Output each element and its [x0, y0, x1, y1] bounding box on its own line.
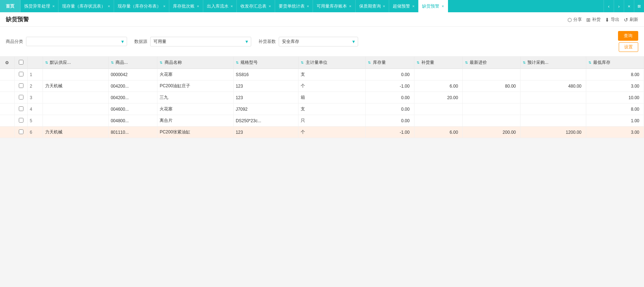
th-replenish[interactable]: ⇅ 补货量: [414, 57, 462, 69]
category-select[interactable]: ▾: [26, 37, 127, 46]
cell-checkbox: [14, 80, 27, 92]
cell-stock: -1.00: [366, 80, 414, 92]
table-row: 5 004800... 离合片 DS250*23c... 只 0.00 1.00: [0, 115, 644, 127]
category-value: [29, 39, 30, 44]
tab-close-receive-summary[interactable]: ×: [269, 4, 271, 8]
export-button[interactable]: ⬇ 导出: [605, 17, 619, 23]
sort-icon-replenish: ⇅: [417, 61, 419, 65]
tab-close-batch-account[interactable]: ×: [197, 4, 199, 8]
cell-replenish: 20.00: [414, 92, 462, 103]
replenish-base-select[interactable]: 安全库存 ▾: [279, 37, 358, 47]
th-goods-code[interactable]: ⇅ 商品...: [108, 57, 157, 69]
tab-inventory-dist[interactable]: 现存量（库存分布表） ×: [114, 0, 169, 12]
cell-supplier: [43, 103, 108, 115]
tab-next-button[interactable]: ›: [614, 0, 624, 12]
tab-home[interactable]: 首页: [0, 0, 21, 12]
table-container: ⚙ ⇅ 默认供应... ⇅ 商品... ⇅: [0, 57, 644, 138]
category-arrow-icon: ▾: [121, 39, 124, 44]
share-button[interactable]: ⬡ 分享: [567, 17, 582, 23]
tab-close-inout-flow[interactable]: ×: [231, 4, 233, 8]
cell-est-purchase: [521, 69, 586, 80]
tab-order-stats[interactable]: 要货单统计表 ×: [275, 0, 313, 12]
refresh-icon: ↺: [624, 17, 628, 23]
row-checkbox[interactable]: [19, 118, 23, 123]
tab-overstock-warn[interactable]: 超储预警 ×: [389, 0, 418, 12]
sort-icon-latest-price: ⇅: [465, 61, 468, 65]
tab-prev-button[interactable]: ‹: [604, 0, 614, 12]
select-all-checkbox[interactable]: [19, 60, 23, 65]
table-row: 1 0000042 火花塞 SS816 支 0.00 8.00: [0, 69, 644, 80]
cell-stock: 0.00: [366, 69, 414, 80]
cell-replenish: 6.00: [414, 80, 462, 92]
refresh-button[interactable]: ↺ 刷新: [624, 17, 638, 23]
cell-goods-name: PC200张紧油缸: [157, 127, 233, 138]
th-latest-price[interactable]: ⇅ 最新进价: [462, 57, 520, 69]
cell-row-num: 5: [27, 115, 43, 127]
tab-close-inventory-status[interactable]: ×: [108, 4, 110, 8]
cell-unit: 支: [299, 69, 366, 80]
cell-spec: DS250*23c...: [233, 115, 298, 127]
cell-checkbox: [14, 92, 27, 103]
sort-icon-stock: ⇅: [368, 61, 371, 65]
tab-receive-summary[interactable]: 收发存汇总表 ×: [237, 0, 275, 12]
tab-bar: 首页 拣货异常处理 × 现存量（库存状况表） × 现存量（库存分布表） × 库存…: [0, 0, 644, 12]
tab-inventory-status[interactable]: 现存量（库存状况表） ×: [58, 0, 114, 12]
tab-shortage-warn[interactable]: 缺货预警 ×: [418, 0, 448, 12]
cell-min-stock: 1.00: [586, 115, 644, 127]
table-row: 2 力天机械 004200... PC200油缸庄子 123 个 -1.00 6…: [0, 80, 644, 92]
cell-checkbox: [14, 115, 27, 127]
sort-icon-unit: ⇅: [301, 61, 304, 65]
query-button[interactable]: 查询: [618, 31, 638, 41]
main-content: 缺货预警 ⬡ 分享 ⊞ 补货 ⬇ 导出 ↺ 刷新 商品分类: [0, 12, 644, 138]
sort-icon-est-purchase: ⇅: [523, 61, 526, 65]
datasource-select[interactable]: 可用量 ▾: [150, 37, 251, 47]
row-checkbox[interactable]: [19, 83, 23, 88]
tab-close-expiry-query[interactable]: ×: [383, 4, 385, 8]
tab-close-order-stats[interactable]: ×: [307, 4, 309, 8]
tab-close-current-button[interactable]: ×: [624, 0, 634, 12]
cell-unit: 支: [299, 103, 366, 115]
tab-close-available-ledger[interactable]: ×: [349, 4, 351, 8]
cell-gear: [0, 80, 14, 92]
th-unit[interactable]: ⇅ 主计量单位: [299, 57, 366, 69]
table-row: 3 004200... 三九 123 箱 0.00 20.00 10.00: [0, 92, 644, 103]
tab-close-all-button[interactable]: ⊠: [634, 0, 644, 12]
cell-spec: 123: [233, 80, 298, 92]
cell-goods-name: 离合片: [157, 115, 233, 127]
row-checkbox[interactable]: [19, 72, 23, 76]
cell-latest-price: [462, 92, 520, 103]
tab-expiry-query[interactable]: 保质期查询 ×: [356, 0, 389, 12]
cell-gear: [0, 92, 14, 103]
th-supplier[interactable]: ⇅ 默认供应...: [43, 57, 108, 69]
row-checkbox[interactable]: [19, 95, 23, 100]
replenish-button[interactable]: ⊞ 补货: [586, 17, 601, 23]
th-est-purchase[interactable]: ⇅ 预计采购...: [521, 57, 586, 69]
tab-inout-flow[interactable]: 出入库流水 ×: [203, 0, 237, 12]
cell-min-stock: 10.00: [586, 92, 644, 103]
th-stock[interactable]: ⇅ 库存量: [366, 57, 414, 69]
th-gear[interactable]: ⚙: [0, 57, 14, 69]
row-checkbox[interactable]: [19, 129, 23, 134]
cell-replenish: [414, 115, 462, 127]
tab-close-inventory-dist[interactable]: ×: [163, 4, 165, 8]
settings-button[interactable]: 设置: [619, 42, 638, 52]
cell-goods-code: 004600...: [108, 103, 157, 115]
sort-icon-supplier: ⇅: [45, 61, 48, 65]
tab-available-ledger[interactable]: 可用量库存账本 ×: [313, 0, 355, 12]
tab-close-overstock-warn[interactable]: ×: [412, 4, 414, 8]
tab-batch-account[interactable]: 库存批次账 ×: [169, 0, 203, 12]
cell-latest-price: 80.00: [462, 80, 520, 92]
th-spec[interactable]: ⇅ 规格型号: [233, 57, 298, 69]
cell-replenish: [414, 103, 462, 115]
export-icon: ⬇: [605, 17, 609, 23]
row-checkbox[interactable]: [19, 106, 23, 111]
cell-goods-name: 火花塞: [157, 103, 233, 115]
th-goods-name[interactable]: ⇅ 商品名称: [157, 57, 233, 69]
cell-row-num: 2: [27, 80, 43, 92]
th-min-stock[interactable]: ⇅ 最低库存: [586, 57, 644, 69]
replenish-base-filter-group: 补货基数 安全库存 ▾: [258, 37, 358, 47]
tab-exception[interactable]: 拣货异常处理 ×: [21, 0, 58, 12]
tab-close-exception[interactable]: ×: [52, 4, 55, 8]
tab-close-shortage-warn[interactable]: ×: [441, 4, 444, 8]
cell-row-num: 3: [27, 92, 43, 103]
